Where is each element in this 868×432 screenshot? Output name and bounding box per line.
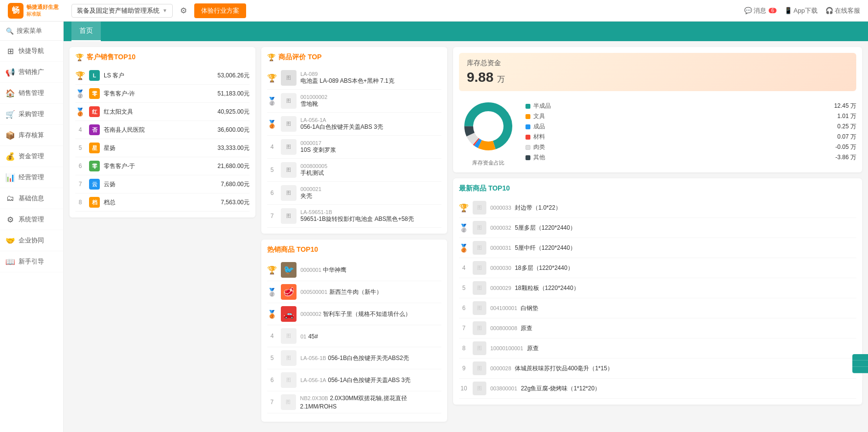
- new-products-list: 🏆 图 0000033 封边带（1.0*22） 🥈 图 0000032 5厘多层…: [459, 198, 856, 399]
- product-code: 001000002: [300, 94, 441, 100]
- list-item: 6 图 LA-056-1A 056-1A白色按键开关盖ABS 3壳: [267, 369, 441, 391]
- customer-name: 苍南县人民医院: [104, 126, 214, 134]
- medal-1-icon: 🏆: [75, 71, 85, 80]
- inventory-total-label: 库存总资金: [467, 59, 848, 68]
- inventory-amount-display: 9.88 万: [467, 70, 848, 85]
- product-code: 0000021: [300, 186, 441, 192]
- sidebar-item-label: 企业协同: [19, 236, 44, 245]
- nav-home[interactable]: 首页: [71, 22, 101, 41]
- topbar: 畅 畅捷通好生意 标准版 装备及固定资产辅助管理系统 ▼ ⚙ 体验行业方案 💬 …: [0, 0, 868, 22]
- content-area: 🏆 客户销售TOP10 🏆 L LS 客户 53,006.26元 🥈 零: [64, 41, 868, 432]
- product-img: 图: [281, 185, 297, 201]
- new-product-img: 图: [473, 201, 486, 215]
- system-selector[interactable]: 装备及固定资产辅助管理系统 ▼: [71, 4, 173, 18]
- sidebar-item-label: 系统管理: [19, 215, 44, 224]
- product-thumbnail: 图: [281, 394, 297, 410]
- sidebar-item-purchase[interactable]: 🛒 采购管理: [0, 104, 63, 125]
- phone-icon: 📱: [784, 7, 792, 14]
- sidebar-item-cooperation[interactable]: 🤝 企业协同: [0, 230, 63, 251]
- app-download-item[interactable]: 📱 App下载: [784, 6, 818, 15]
- product-rating-list: 🏆 图 LA-089 电池盖 LA-089 ABS本色+黑种 7.1克 🥈 图 …: [267, 67, 441, 228]
- product-name: 056-1A白色按键开关盖ABS 3壳: [300, 123, 441, 131]
- customer-amount: 7,680.00元: [221, 180, 250, 189]
- product-info: NB2.0X30B 2.0X30MM双搓花轴,搓花直径2.1MM/ROHS: [300, 394, 441, 410]
- inventory-chart-area: 库存资金占比 半成品 12.45 万 文具 1.01 万: [459, 97, 856, 167]
- sidebar-item-quick-nav[interactable]: ⊞ 快捷导航: [0, 41, 63, 62]
- new-product-img: 图: [473, 221, 486, 235]
- message-item[interactable]: 💬 消息 6: [744, 6, 777, 15]
- sidebar-item-basics[interactable]: 🗂 基础信息: [0, 188, 63, 209]
- list-item: 7 图 NB2.0X30B 2.0X30MM双搓花轴,搓花直径2.1MM/ROH…: [267, 391, 441, 413]
- sales-icon: 🏠: [6, 89, 15, 97]
- new-product-img: 图: [473, 281, 486, 295]
- product-code: LA-089: [300, 71, 441, 77]
- legend-color-dot: [525, 124, 530, 129]
- product-thumbnail: 🥩: [281, 284, 297, 300]
- sidebar-search[interactable]: 🔍 搜索菜单: [0, 22, 63, 41]
- inventory-unit: 万: [497, 75, 505, 83]
- new-product-img: 图: [473, 361, 486, 375]
- guide-icon: 📖: [6, 257, 15, 266]
- rank-item: 🏆 L LS 客户 53,006.26元: [75, 67, 250, 85]
- list-item: 🥉 图 0000031 5厘中纤（1220*2440）: [459, 238, 856, 258]
- new-product-info: 0000032 5厘多层（1220*2440）: [490, 224, 856, 232]
- app-download-label: App下载: [794, 6, 818, 15]
- sidebar-item-finance[interactable]: 💰 资金管理: [0, 146, 63, 167]
- new-product-img: 图: [473, 341, 486, 355]
- cs-hotline-button[interactable]: 客服热线: [852, 354, 868, 360]
- list-item: 9 图 0000028 体城蔗枝味苏打饮品400毫升（1*15）: [459, 359, 856, 379]
- inventory-header: 库存总资金 9.88 万: [459, 53, 856, 91]
- customer-name: LS 客户: [104, 72, 214, 80]
- sidebar-item-inventory[interactable]: 📦 库存核算: [0, 125, 63, 146]
- settings-icon[interactable]: ⚙: [177, 4, 190, 18]
- sidebar-item-system[interactable]: ⚙ 系统管理: [0, 209, 63, 230]
- product-name: 59651-1B旋转投影灯电池盒 ABS黑色+58壳: [300, 215, 441, 223]
- rank-item: 7 云 云扬 7,680.00元: [75, 175, 250, 193]
- sidebar-item-sales[interactable]: 🏠 销售管理: [0, 83, 63, 104]
- rank-item: 🥉 红 红太阳文具 40,925.00元: [75, 103, 250, 121]
- legend-item-5: 其他 -3.86 万: [525, 152, 856, 163]
- sidebar-item-guide[interactable]: 📖 新手引导: [0, 251, 63, 272]
- sidebar-item-operations[interactable]: 📊 经营管理: [0, 167, 63, 188]
- customer-amount: 53,006.26元: [218, 72, 250, 80]
- product-thumbnail: 🐦: [281, 262, 297, 278]
- new-product-info: 003800001 22g鱼豆腐-烧烤味（1*12*20）: [490, 384, 856, 393]
- trial-button[interactable]: 体验行业方案: [194, 3, 246, 18]
- rank-item: 5 星 星扬 33,333.00元: [75, 139, 250, 157]
- new-products-card: 最新商品 TOP10 🏆 图 0000033 封边带（1.0*22） 🥈 图: [453, 178, 862, 405]
- system-name: 装备及固定资产辅助管理系统: [77, 6, 160, 15]
- cs-community-button[interactable]: 服务社区: [852, 360, 868, 367]
- finance-icon: 💰: [6, 152, 15, 161]
- list-item: 10 图 003800001 22g鱼豆腐-烧烤味（1*12*20）: [459, 379, 856, 399]
- customer-avatar: 云: [89, 179, 100, 190]
- online-service-item[interactable]: 🎧 在线客服: [825, 6, 860, 15]
- sidebar-item-label: 快捷导航: [19, 47, 44, 55]
- product-img: 图: [281, 162, 297, 178]
- list-item: 4 图 01 45#: [267, 325, 441, 347]
- product-code: 0000017: [300, 140, 441, 146]
- topbar-center: 装备及固定资产辅助管理系统 ▼ ⚙ 体验行业方案: [71, 3, 744, 18]
- list-item: 6 图 004100001 白钢垫: [459, 298, 856, 318]
- logo-text: 畅捷通好生意: [26, 3, 59, 10]
- new-product-info: 0000029 18颗粒板（1220*2440）: [490, 284, 856, 292]
- legend-color-dot: [525, 155, 530, 160]
- sidebar-item-marketing[interactable]: 📢 营销推广: [0, 62, 63, 83]
- customer-avatar: 档: [89, 197, 100, 208]
- customer-name: 零售客户-于: [104, 162, 214, 170]
- cs-live-button[interactable]: 直播: [852, 367, 868, 373]
- rank-item: 8 档 档总 7,563.00元: [75, 193, 250, 212]
- product-info: 0000001 中华神鹰: [300, 266, 346, 274]
- new-product-img: 图: [473, 241, 486, 255]
- search-icon: 🔍: [6, 27, 14, 35]
- product-code: LA-59651-1B: [300, 209, 441, 215]
- product-rating-card: 🏆 商品评价 TOP 🏆 图 LA-089 电池盖 LA-089 ABS本色+黑…: [261, 47, 447, 234]
- list-item: 5 图 LA-056-1B 056-1B白色按键开关壳ABS2壳: [267, 347, 441, 369]
- customer-avatar: 零: [89, 161, 100, 171]
- customer-avatar: 红: [89, 106, 100, 117]
- chevron-down-icon: ▼: [162, 8, 167, 13]
- middle-column: 🏆 商品评价 TOP 🏆 图 LA-089 电池盖 LA-089 ABS本色+黑…: [261, 47, 447, 427]
- product-info: 000500001 新西兰牛肉（新牛）: [300, 288, 382, 296]
- sidebar: 🔍 搜索菜单 ⊞ 快捷导航 📢 营销推广 🏠 销售管理 🛒 采购管理 📦 库存核…: [0, 22, 64, 432]
- hot-products-list: 🏆 🐦 0000001 中华神鹰 🥈 🥩: [267, 259, 441, 416]
- customer-avatar: 零: [89, 88, 100, 99]
